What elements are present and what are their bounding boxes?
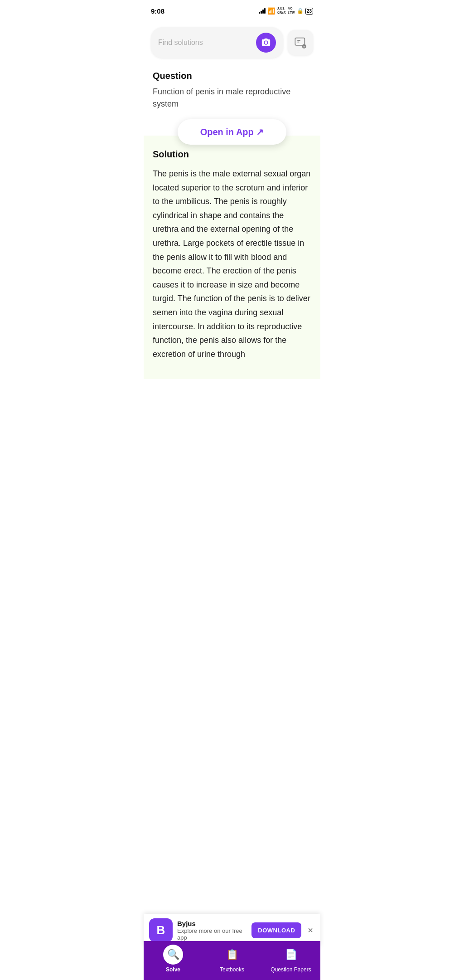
help-button[interactable]: ? <box>288 30 313 55</box>
data-speed: 0.81 KB/S <box>277 6 286 15</box>
nav-label-solve: Solve <box>166 966 180 973</box>
byjus-logo-letter: B <box>157 923 165 937</box>
bottom-navigation: 🔍 Solve 📋 Textbooks 📄 Question Papers <box>144 941 320 980</box>
nav-icon-textbooks-container: 📋 <box>222 945 242 965</box>
nav-item-question-papers[interactable]: 📄 Question Papers <box>261 945 320 973</box>
status-right: 📶 0.81 KB/S Vo LTE 🔒 23 <box>259 6 313 15</box>
solve-icon: 🔍 <box>167 949 179 960</box>
solution-label: Solution <box>153 149 311 160</box>
lock-icon: 🔒 <box>297 8 304 14</box>
nav-label-question-papers: Question Papers <box>271 966 311 973</box>
search-bar[interactable]: Find solutions <box>151 27 283 58</box>
search-section: Find solutions ? <box>144 20 320 63</box>
byjus-logo: B <box>149 918 173 942</box>
nav-icon-solve-container: 🔍 <box>163 945 183 965</box>
question-papers-icon: 📄 <box>285 949 297 960</box>
textbooks-icon: 📋 <box>226 949 238 960</box>
nav-item-textbooks[interactable]: 📋 Textbooks <box>203 945 261 973</box>
question-section: Question Function of penis in male repro… <box>144 63 320 110</box>
svg-rect-2 <box>297 42 300 43</box>
svg-rect-0 <box>295 38 304 45</box>
question-label: Question <box>153 71 311 81</box>
solution-section: Solution The penis is the male external … <box>144 136 320 379</box>
svg-text:?: ? <box>303 45 305 49</box>
status-bar: 9:08 📶 0.81 KB/S Vo LTE 🔒 23 <box>144 0 320 20</box>
solution-text: The penis is the male external sexual or… <box>153 167 311 361</box>
svg-rect-1 <box>297 40 300 41</box>
wifi-icon: 📶 <box>267 7 275 15</box>
nav-item-solve[interactable]: 🔍 Solve <box>144 945 203 973</box>
camera-button[interactable] <box>256 33 276 53</box>
nav-icon-question-papers-container: 📄 <box>281 945 301 965</box>
open-in-app-container: Open in App ↗ <box>153 119 311 145</box>
byjus-info: Byjus Explore more on our free app <box>177 920 247 941</box>
help-icon: ? <box>294 36 307 49</box>
status-time: 9:08 <box>151 7 164 15</box>
nav-label-textbooks: Textbooks <box>220 966 244 973</box>
signal-icon <box>259 8 266 14</box>
camera-icon <box>261 38 271 48</box>
open-in-app-button[interactable]: Open in App ↗ <box>178 119 287 145</box>
byjus-description: Explore more on our free app <box>177 927 247 941</box>
question-text: Function of penis in male reproductive s… <box>153 86 311 110</box>
byjus-app-name: Byjus <box>177 920 247 927</box>
battery-indicator: 23 <box>305 8 313 15</box>
download-button[interactable]: DOWNLOAD <box>251 922 301 938</box>
close-banner-button[interactable]: × <box>306 923 315 937</box>
search-placeholder: Find solutions <box>158 39 251 47</box>
network-type: Vo LTE <box>288 6 295 15</box>
